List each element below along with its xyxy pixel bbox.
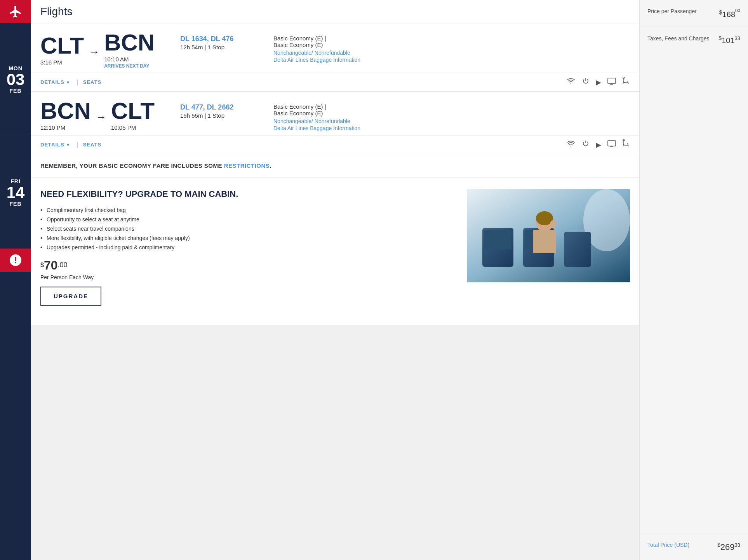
wifi-icon xyxy=(566,78,576,87)
total-price-row: Total Price (USD) $26933 xyxy=(640,534,748,560)
promo-section: NEED FLEXIBILITY? UPGRADE TO MAIN CABIN.… xyxy=(31,177,639,325)
flight2-card: BCN 12:10 PM → CLT 10:05 PM DL 477, DL 2… xyxy=(31,92,639,135)
flight1-duration: 12h 54m | 1 Stop xyxy=(180,44,266,50)
flight2-month: FEB xyxy=(10,201,22,207)
details-separator: | xyxy=(77,79,78,86)
alert-text: REMEMBER, YOUR BASIC ECONOMY FARE INCLUD… xyxy=(40,162,271,169)
flight2-route: BCN 12:10 PM → CLT 10:05 PM xyxy=(40,99,172,131)
taxes-main-val: 101 xyxy=(722,36,734,45)
price-per-passenger-amount: $16800 xyxy=(719,8,740,19)
entertainment-icon: ▶ xyxy=(596,78,601,87)
flight2-numbers: DL 477, DL 2662 xyxy=(180,103,266,111)
brand-header xyxy=(0,0,31,23)
flight1-details-link[interactable]: DETAILS ▼ xyxy=(40,79,71,85)
total-decimal-val: 33 xyxy=(735,542,740,548)
taxes-row: Taxes, Fees and Charges $10133 xyxy=(640,27,748,53)
details2-chevron-icon: ▼ xyxy=(66,143,71,147)
svg-rect-3 xyxy=(608,78,616,83)
flight1-numbers: DL 1634, DL 476 xyxy=(180,35,266,43)
svg-rect-8 xyxy=(608,141,616,146)
screen2-icon xyxy=(607,140,616,149)
promo-price-label: Per Person Each Way xyxy=(40,274,451,280)
details2-separator: | xyxy=(77,141,78,148)
price-per-passenger-row: Price per Passenger $16800 xyxy=(640,0,748,27)
taxes-dollar-sign: $ xyxy=(718,35,722,41)
flight1-route: CLT 3:16 PM → BCN 10:10 AM ARRIVES NEXT … xyxy=(40,31,172,69)
svg-point-22 xyxy=(550,220,556,228)
total-dollar-sign: $ xyxy=(717,542,720,548)
svg-rect-18 xyxy=(564,232,591,267)
promo-price-main: 70 xyxy=(44,258,58,272)
flight2-details-bar: DETAILS ▼ | SEATS xyxy=(31,135,639,154)
flight1-info: DL 1634, DL 476 12h 54m | 1 Stop xyxy=(180,31,266,50)
seat2-icon xyxy=(622,139,630,150)
flight1-dest-time: 10:10 AM xyxy=(104,56,129,63)
flight1-section: CLT 3:16 PM → BCN 10:10 AM ARRIVES NEXT … xyxy=(31,23,639,92)
flight1-month: FEB xyxy=(10,88,22,94)
flight1-arrow: → xyxy=(89,46,99,58)
alert-restrictions-link[interactable]: RESTRICTIONS xyxy=(224,162,270,169)
promo-sidebar xyxy=(0,272,31,560)
flight2-duration: 15h 55m | 1 Stop xyxy=(180,112,266,119)
flight1-origin-code: CLT xyxy=(40,34,84,57)
entertainment2-icon: ▶ xyxy=(596,141,601,149)
price-dollar-sign: $ xyxy=(719,9,722,16)
flight2-date-block: FRI 14 FEB xyxy=(0,136,31,249)
promo-cabin-image xyxy=(467,189,630,282)
flight2-restriction[interactable]: Nonchangeable/ Nonrefundable xyxy=(273,118,630,124)
flight2-origin-code: BCN xyxy=(40,99,91,123)
flight1-next-day: ARRIVES NEXT DAY xyxy=(104,63,149,69)
svg-rect-15 xyxy=(484,230,511,249)
flight2-seats-link[interactable]: SEATS xyxy=(83,142,101,148)
flight2-fare-class2: Basic Economy (E) xyxy=(273,110,630,117)
details-chevron-icon: ▼ xyxy=(66,80,71,85)
flight2-info: DL 477, DL 2662 15h 55m | 1 Stop xyxy=(180,99,266,119)
flight2-day-num: 14 xyxy=(7,184,25,201)
flight2-arrow: → xyxy=(96,111,106,123)
flight1-restriction[interactable]: Nonchangeable/ Nonrefundable xyxy=(273,50,630,56)
price-decimal-val: 00 xyxy=(735,9,740,16)
promo-title: NEED FLEXIBILITY? UPGRADE TO MAIN CABIN. xyxy=(40,189,451,199)
price-main-val: 168 xyxy=(722,10,735,19)
promo-price-symbol: $ xyxy=(40,262,44,268)
flight2-amenities: ▶ xyxy=(566,139,630,150)
price-per-passenger-label: Price per Passenger xyxy=(647,8,697,16)
total-label: Total Price (USD) xyxy=(647,542,689,548)
flight1-fare-class1: Basic Economy (E) | xyxy=(273,35,630,42)
taxes-decimal-val: 33 xyxy=(735,35,740,41)
alert-bar: REMEMBER, YOUR BASIC ECONOMY FARE INCLUD… xyxy=(31,154,639,177)
flight1-card: CLT 3:16 PM → BCN 10:10 AM ARRIVES NEXT … xyxy=(31,23,639,73)
promo-image-inner xyxy=(467,189,630,282)
upgrade-button[interactable]: UPGRADE xyxy=(40,287,101,306)
flight2-dest-code: CLT xyxy=(111,99,155,123)
taxes-label: Taxes, Fees and Charges xyxy=(647,35,710,43)
promo-benefits-list: Complimentary first checked bag Opportun… xyxy=(40,207,451,250)
flight2-baggage[interactable]: Delta Air Lines Baggage Information xyxy=(273,125,630,131)
flight1-day-num: 03 xyxy=(7,71,25,88)
page-title: Flights xyxy=(40,5,72,18)
flight1-seats-link[interactable]: SEATS xyxy=(83,79,101,85)
flight2-fare: Basic Economy (E) | Basic Economy (E) No… xyxy=(273,99,630,131)
flight1-dest-code: BCN xyxy=(104,31,155,54)
flight1-fare-class2: Basic Economy (E) xyxy=(273,42,630,48)
promo-benefit-2: Opportunity to select a seat at anytime xyxy=(40,216,451,223)
flight2-dest-time: 10:05 PM xyxy=(111,124,136,131)
promo-benefit-4: More flexibility, with eligible ticket c… xyxy=(40,235,451,241)
seat-icon xyxy=(622,77,630,87)
promo-price-decimal: .00 xyxy=(58,261,68,269)
flight2-details-link[interactable]: DETAILS ▼ xyxy=(40,142,71,148)
svg-rect-20 xyxy=(533,230,556,253)
total-main-val: 269 xyxy=(720,542,735,552)
flight1-baggage[interactable]: Delta Air Lines Baggage Information xyxy=(273,57,630,63)
power2-icon xyxy=(582,140,590,150)
flight2-fare-class1: Basic Economy (E) | xyxy=(273,103,630,110)
promo-content: NEED FLEXIBILITY? UPGRADE TO MAIN CABIN.… xyxy=(40,189,467,313)
price-sup-val: 00 xyxy=(735,8,740,13)
flight1-details-label: DETAILS xyxy=(40,79,64,85)
promo-price-block: $70.00 Per Person Each Way xyxy=(40,258,451,280)
alert-text-before: REMEMBER, YOUR BASIC ECONOMY FARE INCLUD… xyxy=(40,162,224,169)
pricing-panel: Price per Passenger $16800 Taxes, Fees a… xyxy=(639,0,748,560)
flight2-origin-time: 12:10 PM xyxy=(40,124,65,131)
flight1-date-block: MON 03 FEB xyxy=(0,23,31,136)
wifi2-icon xyxy=(566,140,576,149)
